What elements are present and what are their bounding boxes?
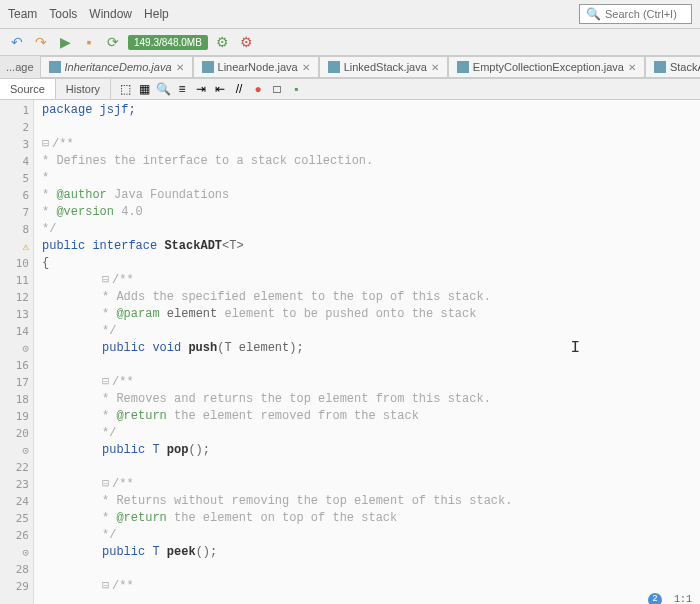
search-input[interactable]	[605, 8, 685, 20]
comment-icon[interactable]: //	[231, 81, 247, 97]
tab-stack-adt[interactable]: StackADT.java✕	[645, 56, 700, 78]
close-icon[interactable]: ✕	[431, 62, 439, 73]
menu-team[interactable]: Team	[8, 7, 37, 21]
menu-tools[interactable]: Tools	[49, 7, 77, 21]
java-file-icon	[654, 61, 666, 73]
main-toolbar: ↶ ↷ ▶ ▪ ⟳ 149.3/848.0MB ⚙ ⚙	[0, 29, 700, 56]
close-icon[interactable]: ✕	[302, 62, 310, 73]
search-icon: 🔍	[586, 7, 601, 21]
outdent-icon[interactable]: ⇤	[212, 81, 228, 97]
editor-toolbar: Source History ⬚ ▦ 🔍 ≡ ⇥ ⇤ // ● □ ▪	[0, 79, 700, 100]
find-icon[interactable]: 🔍	[155, 81, 171, 97]
tab-linked-stack[interactable]: LinkedStack.java✕	[319, 56, 448, 78]
nav-fwd-icon[interactable]: ▦	[136, 81, 152, 97]
build-icon[interactable]: ▪	[80, 33, 98, 51]
refresh-icon[interactable]: ⟳	[104, 33, 122, 51]
square-icon[interactable]: □	[269, 81, 285, 97]
play-icon[interactable]: ▶	[56, 33, 74, 51]
notification-badge[interactable]: 2	[648, 593, 662, 605]
close-icon[interactable]: ✕	[628, 62, 636, 73]
menu-bar: Team Tools Window Help	[8, 7, 169, 21]
source-tab[interactable]: Source	[0, 79, 56, 99]
tab-linear-node[interactable]: LinearNode.java✕	[193, 56, 319, 78]
bookmark-icon[interactable]: ●	[250, 81, 266, 97]
file-tabs: ...age InheritanceDemo.java✕ LinearNode.…	[0, 56, 700, 79]
history-tab[interactable]: History	[56, 79, 111, 99]
search-box[interactable]: 🔍	[579, 4, 692, 24]
menu-help[interactable]: Help	[144, 7, 169, 21]
line-gutter: 12345678 ⚠1011121314 ⊙1617181920 ⊙222324…	[0, 100, 34, 604]
gear2-icon[interactable]: ⚙	[238, 33, 256, 51]
gear-icon[interactable]: ⚙	[214, 33, 232, 51]
redo-icon[interactable]: ↷	[32, 33, 50, 51]
undo-icon[interactable]: ↶	[8, 33, 26, 51]
java-file-icon	[49, 61, 61, 73]
java-file-icon	[202, 61, 214, 73]
text-cursor: I	[570, 340, 580, 357]
memory-badge: 149.3/848.0MB	[128, 35, 208, 50]
cursor-position: 1:1	[674, 591, 692, 604]
indent-icon[interactable]: ⇥	[193, 81, 209, 97]
close-icon[interactable]: ✕	[176, 62, 184, 73]
code-editor[interactable]: 12345678 ⚠1011121314 ⊙1617181920 ⊙222324…	[0, 100, 700, 604]
stop-icon[interactable]: ▪	[288, 81, 304, 97]
tab-empty-collection[interactable]: EmptyCollectionException.java✕	[448, 56, 645, 78]
status-bar: 2 1:1	[648, 589, 692, 604]
nav-back-icon[interactable]: ⬚	[117, 81, 133, 97]
java-file-icon	[328, 61, 340, 73]
java-file-icon	[457, 61, 469, 73]
tab-inheritance-demo[interactable]: InheritanceDemo.java✕	[40, 56, 193, 78]
format-icon[interactable]: ≡	[174, 81, 190, 97]
project-breadcrumb: ...age	[0, 57, 40, 77]
menu-window[interactable]: Window	[89, 7, 132, 21]
code-area[interactable]: package jsjf; ⊟/** * Defines the interfa…	[34, 100, 700, 604]
